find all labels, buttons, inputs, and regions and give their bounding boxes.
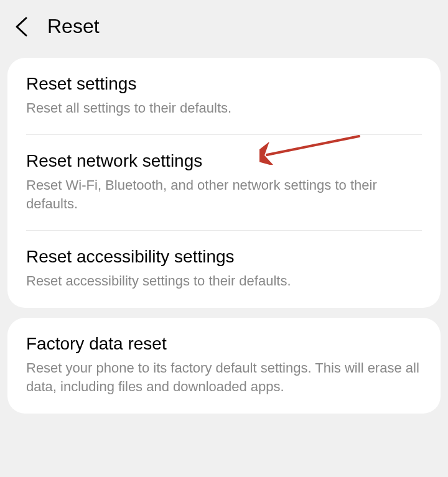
page-title: Reset (47, 15, 100, 38)
item-title: Reset settings (26, 73, 422, 95)
factory-reset-card: Factory data reset Reset your phone to i… (7, 318, 441, 414)
item-title: Reset accessibility settings (26, 246, 422, 268)
reset-options-card: Reset settings Reset all settings to the… (7, 58, 441, 308)
item-description: Reset Wi-Fi, Bluetooth, and other networ… (26, 176, 422, 213)
item-description: Reset your phone to its factory default … (26, 359, 422, 396)
factory-data-reset-item[interactable]: Factory data reset Reset your phone to i… (7, 318, 441, 414)
item-title: Reset network settings (26, 150, 422, 172)
item-description: Reset all settings to their defaults. (26, 99, 422, 118)
header: Reset (0, 0, 448, 53)
item-title: Factory data reset (26, 333, 422, 355)
back-icon[interactable] (10, 16, 32, 38)
reset-network-settings-item[interactable]: Reset network settings Reset Wi-Fi, Blue… (7, 135, 441, 231)
reset-accessibility-settings-item[interactable]: Reset accessibility settings Reset acces… (7, 231, 441, 308)
item-description: Reset accessibility settings to their de… (26, 272, 422, 290)
reset-settings-item[interactable]: Reset settings Reset all settings to the… (7, 58, 441, 135)
